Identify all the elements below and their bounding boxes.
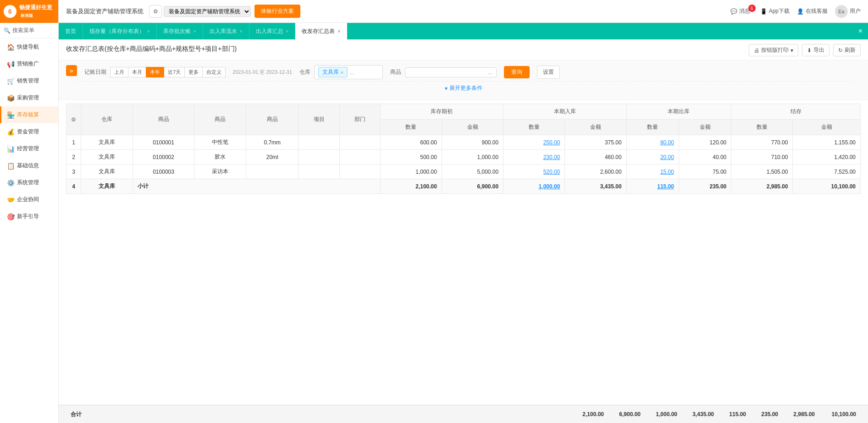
tab-batch-account[interactable]: 库存批次账 × bbox=[157, 23, 203, 39]
row-out-qty[interactable]: 15.00 bbox=[626, 165, 679, 179]
expand-more-conditions[interactable]: ▾ 展开更多条件 bbox=[73, 81, 853, 95]
warehouse-tag: 文具库 × bbox=[318, 67, 348, 77]
date-btn-more[interactable]: 更多 bbox=[184, 67, 203, 77]
tab-summary-label: 出入库汇总 bbox=[256, 27, 283, 35]
sidebar-logo: 6 畅捷通好生意 标准版 bbox=[0, 0, 58, 23]
sidebar-item-purchase[interactable]: 📦 采购管理 bbox=[0, 89, 58, 106]
warehouse-dots[interactable]: ... bbox=[349, 69, 354, 76]
row-bal-qty: 1,505.00 bbox=[731, 165, 793, 179]
table-footer: 合计 2,100.00 6,900.00 1,000.00 3,435.00 1… bbox=[59, 405, 868, 423]
row-spec: 0.7mm bbox=[246, 135, 299, 150]
chevron-down-icon: ▾ bbox=[791, 47, 793, 54]
date-btn-this-month[interactable]: 本月 bbox=[128, 67, 146, 77]
date-btn-custom[interactable]: 自定义 bbox=[202, 67, 226, 77]
row-out-qty[interactable]: 80.00 bbox=[626, 135, 679, 150]
refresh-button[interactable]: ↻ 刷新 bbox=[833, 44, 861, 56]
footer-open-amt: 6,900.00 bbox=[608, 411, 645, 418]
sidebar-item-inventory[interactable]: 🏪 库存核算 bbox=[0, 106, 58, 123]
row-spec bbox=[246, 165, 299, 179]
inventory-icon: 🏪 bbox=[7, 111, 14, 119]
expand-label: 展开更多条件 bbox=[449, 84, 482, 92]
operations-icon: 📊 bbox=[7, 145, 14, 153]
tab-inventory-dist[interactable]: 现存量（库存分布表） × bbox=[83, 23, 157, 39]
date-btn-this-year[interactable]: 本年 bbox=[146, 67, 164, 77]
setting-button[interactable]: 设置 bbox=[537, 66, 560, 79]
tab-receive-summary-close[interactable]: × bbox=[337, 29, 340, 34]
sidebar-search[interactable]: 🔍 搜索菜单 bbox=[0, 23, 58, 38]
tab-home-label: 首页 bbox=[65, 27, 76, 35]
sidebar-item-guide[interactable]: 🎯 新手引导 bbox=[0, 208, 58, 225]
content-area: 收发存汇总表(按仓库+商品编码+商品+规格型号+项目+部门) 🖨 按钮版打印 ▾… bbox=[59, 39, 868, 423]
date-btn-7days[interactable]: 近7天 bbox=[164, 67, 185, 77]
row-in-qty[interactable]: 250.00 bbox=[503, 135, 565, 150]
col-opening-header: 库存期初 bbox=[380, 104, 503, 120]
query-button[interactable]: 查询 bbox=[504, 66, 530, 78]
subtotal-out-qty[interactable]: 115.00 bbox=[626, 179, 679, 194]
sidebar-item-finance[interactable]: 💰 资金管理 bbox=[0, 123, 58, 140]
avatar: Ea bbox=[835, 5, 848, 18]
col-bal-amt: 金额 bbox=[793, 120, 861, 135]
subtotal-num: 4 bbox=[66, 179, 81, 194]
tab-inventory-dist-close[interactable]: × bbox=[147, 29, 150, 34]
sidebar-item-label: 系统管理 bbox=[17, 179, 39, 187]
tab-bar-close[interactable]: × bbox=[853, 27, 868, 35]
row-name: 胶水 bbox=[194, 150, 246, 165]
tab-home[interactable]: 首页 bbox=[59, 23, 83, 39]
row-in-amt: 375.00 bbox=[565, 135, 626, 150]
row-open-amt: 900.00 bbox=[442, 135, 503, 150]
table-row: 3 文具库 0100003 采访本 1,000.00 5,000.00 520.… bbox=[66, 165, 861, 179]
subtotal-in-qty[interactable]: 1,000.00 bbox=[503, 179, 565, 194]
row-bal-amt: 1,155.00 bbox=[793, 135, 861, 150]
subtotal-warehouse: 文具库 bbox=[81, 179, 133, 194]
tab-summary-close[interactable]: × bbox=[286, 29, 289, 34]
subtotal-label: 小计 bbox=[133, 179, 380, 194]
system-icon: ⚙️ bbox=[7, 179, 14, 187]
goods-input[interactable] bbox=[409, 69, 486, 76]
print-button[interactable]: 🖨 按钮版打印 ▾ bbox=[749, 44, 798, 56]
sidebar-item-basic-info[interactable]: 📋 基础信息 bbox=[0, 157, 58, 174]
sidebar-item-label: 基础信息 bbox=[17, 162, 39, 170]
col-out-header: 本期出库 bbox=[626, 104, 731, 120]
subtotal-out-amt: 235.00 bbox=[679, 179, 731, 194]
sidebar-item-system[interactable]: ⚙️ 系统管理 bbox=[0, 174, 58, 191]
brand-name: 畅捷通好生意 bbox=[19, 4, 52, 11]
row-in-qty[interactable]: 230.00 bbox=[503, 150, 565, 165]
sidebar-item-enterprise[interactable]: 🤝 企业协同 bbox=[0, 191, 58, 208]
sidebar-item-quick-nav[interactable]: 🏠 快捷导航 bbox=[0, 38, 58, 55]
date-filter-group: 上月 本月 本年 近7天 更多 自定义 bbox=[110, 67, 225, 77]
export-button[interactable]: ⬇ 导出 bbox=[802, 44, 829, 56]
sidebar-item-sales[interactable]: 🛒 销售管理 bbox=[0, 72, 58, 89]
trial-button[interactable]: 体验行业方案 bbox=[254, 5, 300, 18]
goods-input-area[interactable]: ... bbox=[405, 67, 497, 77]
tab-summary[interactable]: 出入库汇总 × bbox=[249, 23, 296, 39]
footer-out-qty: 115.00 bbox=[719, 411, 751, 418]
app-download-action[interactable]: 📱 App下载 bbox=[760, 7, 790, 15]
sidebar-item-label: 营销推广 bbox=[17, 60, 39, 68]
date-btn-last-month[interactable]: 上月 bbox=[110, 67, 128, 77]
row-out-amt: 75.00 bbox=[679, 165, 731, 179]
warehouse-input[interactable]: 文具库 × ... bbox=[314, 65, 383, 79]
col-settings: ⚙ bbox=[66, 104, 81, 135]
service-icon: 👤 bbox=[797, 8, 804, 15]
row-out-qty[interactable]: 20.00 bbox=[626, 150, 679, 165]
goods-dots[interactable]: ... bbox=[488, 69, 492, 76]
tab-receive-summary[interactable]: 收发存汇总表 × bbox=[295, 23, 347, 39]
tab-flow[interactable]: 出入库流水 × bbox=[203, 23, 249, 39]
sidebar-item-marketing[interactable]: 📢 营销推广 bbox=[0, 55, 58, 72]
tab-batch-account-close[interactable]: × bbox=[194, 29, 196, 34]
sidebar-item-operations[interactable]: 📊 经营管理 bbox=[0, 140, 58, 157]
row-name: 采访本 bbox=[194, 165, 246, 179]
expand-button[interactable]: » bbox=[66, 65, 77, 76]
settings-gear-icon[interactable]: ⚙ bbox=[71, 116, 76, 123]
online-service-action[interactable]: 👤 在线客服 bbox=[797, 7, 828, 15]
system-selector[interactable]: 装备及固定资产辅助管理系统 bbox=[164, 6, 251, 17]
tab-flow-close[interactable]: × bbox=[240, 29, 243, 34]
header-settings-button[interactable]: ⚙ bbox=[149, 5, 162, 18]
footer-label: 合计 bbox=[66, 411, 259, 418]
user-action[interactable]: Ea 用户 bbox=[835, 5, 861, 18]
row-num: 2 bbox=[66, 150, 81, 165]
top-header: 装备及固定资产辅助管理系统 ⚙ 装备及固定资产辅助管理系统 体验行业方案 💬 消… bbox=[59, 0, 868, 23]
warehouse-tag-close[interactable]: × bbox=[341, 70, 343, 75]
row-in-qty[interactable]: 520.00 bbox=[503, 165, 565, 179]
message-action[interactable]: 💬 消息 6 bbox=[730, 7, 753, 15]
